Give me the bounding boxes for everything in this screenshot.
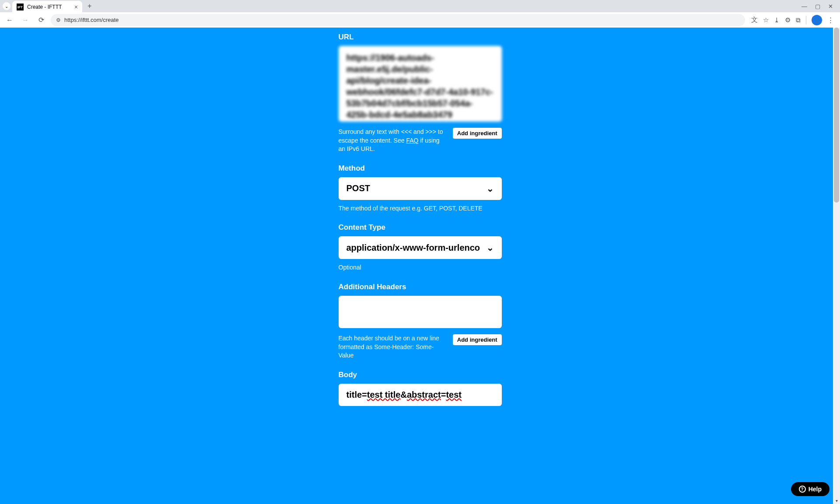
headers-label: Additional Headers (339, 283, 502, 291)
close-icon[interactable]: × (74, 4, 78, 10)
translate-icon[interactable]: ⽂ (751, 16, 758, 24)
content-type-section: Content Type application/x-www-form-urle… (339, 223, 502, 272)
webhook-form: URL Surround any text with <<< and >>> t… (339, 28, 502, 406)
new-tab-button[interactable]: + (84, 2, 95, 10)
scrollbar[interactable]: ▾ (833, 28, 840, 504)
download-icon[interactable]: ⤓ (774, 16, 780, 24)
forward-button[interactable]: → (19, 14, 32, 26)
minimize-icon[interactable]: — (802, 3, 807, 10)
browser-toolbar: ← → ⟳ ⚙ https://ifttt.com/create ⽂ ☆ ⤓ ⚙… (0, 12, 840, 28)
url-helper-text: Surround any text with <<< and >>> to es… (339, 128, 448, 154)
page-content: URL Surround any text with <<< and >>> t… (0, 28, 840, 504)
help-label: Help (808, 486, 822, 493)
address-bar[interactable]: ⚙ https://ifttt.com/create (51, 14, 745, 26)
chevron-down-icon: ⌄ (486, 183, 494, 194)
menu-icon[interactable]: ⋮ (827, 16, 834, 24)
divider (806, 16, 806, 24)
faq-link[interactable]: FAQ (406, 137, 418, 144)
method-section: Method POST ⌄ The method of the request … (339, 164, 502, 213)
headers-input[interactable] (339, 296, 502, 328)
tab-bar: ⌄ IFT Create - IFTTT × + — ▢ ✕ (0, 0, 840, 12)
back-button[interactable]: ← (4, 14, 16, 26)
headers-section: Additional Headers Each header should be… (339, 283, 502, 360)
body-section: Body title=test title&abstract=test (339, 371, 502, 406)
url-text: https://ifttt.com/create (64, 17, 740, 23)
content-type-helper-text: Optional (339, 263, 502, 272)
reload-button[interactable]: ⟳ (35, 14, 47, 26)
tab-title: Create - IFTTT (27, 4, 71, 10)
headers-helper-text: Each header should be on a new line form… (339, 334, 448, 360)
site-settings-icon[interactable]: ⚙ (56, 17, 61, 23)
body-label: Body (339, 371, 502, 379)
url-add-ingredient-button[interactable]: Add ingredient (453, 128, 502, 139)
tab-favicon: IFT (17, 4, 24, 10)
content-type-select[interactable]: application/x-www-form-urlenco ⌄ (339, 236, 502, 259)
window-controls: — ▢ ✕ (802, 3, 837, 10)
help-button[interactable]: ? Help (791, 482, 830, 496)
close-window-icon[interactable]: ✕ (828, 3, 833, 10)
user-icon: 👤 (813, 16, 821, 24)
scrollbar-thumb[interactable] (834, 28, 839, 203)
headers-add-ingredient-button[interactable]: Add ingredient (453, 334, 502, 345)
body-input[interactable]: title=test title&abstract=test (339, 384, 502, 406)
content-type-label: Content Type (339, 223, 502, 232)
url-label: URL (339, 33, 502, 42)
extensions-icon[interactable]: ⧉ (796, 16, 801, 24)
headers-helper-row: Each header should be on a new line form… (339, 334, 502, 360)
profile-avatar[interactable]: 👤 (812, 15, 822, 25)
tab-search-button[interactable]: ⌄ (3, 2, 10, 10)
help-icon: ? (799, 486, 806, 493)
settings-icon[interactable]: ⚙ (785, 16, 791, 24)
browser-tab[interactable]: IFT Create - IFTTT × (12, 1, 82, 13)
chevron-down-icon: ⌄ (5, 4, 8, 9)
browser-chrome: ⌄ IFT Create - IFTTT × + — ▢ ✕ ← → ⟳ ⚙ h… (0, 0, 840, 28)
method-label: Method (339, 164, 502, 173)
scrollbar-down-arrow[interactable]: ▾ (833, 497, 840, 504)
url-helper-row: Surround any text with <<< and >>> to es… (339, 128, 502, 154)
url-section: URL Surround any text with <<< and >>> t… (339, 33, 502, 154)
content-type-value: application/x-www-form-urlenco (346, 243, 480, 253)
toolbar-icons: ⽂ ☆ ⤓ ⚙ ⧉ 👤 ⋮ (749, 15, 836, 25)
url-input[interactable] (339, 46, 502, 122)
method-helper-text: The method of the request e.g. GET, POST… (339, 204, 502, 213)
chevron-down-icon: ⌄ (486, 242, 494, 253)
method-value: POST (346, 183, 370, 193)
method-select[interactable]: POST ⌄ (339, 177, 502, 200)
maximize-icon[interactable]: ▢ (815, 3, 820, 10)
bookmark-icon[interactable]: ☆ (763, 16, 769, 24)
